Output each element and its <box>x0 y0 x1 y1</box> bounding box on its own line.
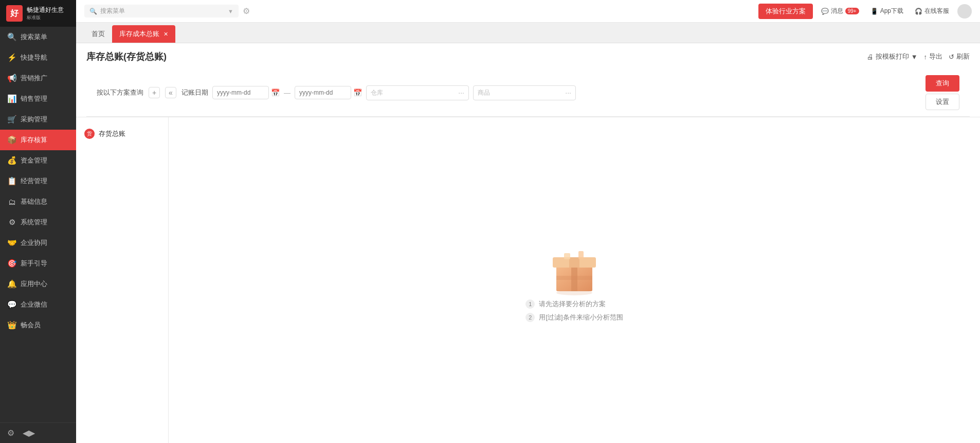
date-field-label: 记账日期 <box>182 88 208 97</box>
setting-btn[interactable]: 设置 <box>925 94 959 110</box>
app-badge: 标准版 <box>27 14 64 21</box>
date-start-field: 📅 <box>212 86 280 99</box>
refresh-btn[interactable]: ↺ 刷新 <box>949 52 970 61</box>
topbar-settings-icon[interactable]: ⚙ <box>243 6 250 16</box>
sidebar-label-search: 搜索菜单 <box>21 32 47 42</box>
logo-area: 好 畅捷通好生意 标准版 <box>0 0 76 27</box>
page-header: 库存总账(存货总账) 🖨 按模板打印 ▼ ↑ 导出 ↺ 刷新 <box>76 43 980 117</box>
messages-label: 消息 <box>831 7 843 15</box>
sidebar-item-sales[interactable]: 📊销售管理 <box>0 88 76 109</box>
sidebar-label-corp: 企业协同 <box>21 238 47 247</box>
empty-illustration <box>543 239 605 290</box>
sidebar-label-finance: 资金管理 <box>21 156 47 165</box>
date-end-input[interactable] <box>295 86 351 99</box>
online-service-btn[interactable]: 🎧 在线客服 <box>912 5 952 17</box>
sidebar-icon-sales: 📊 <box>7 94 16 103</box>
sidebar-icon-marketing: 📢 <box>7 74 16 83</box>
topbar: 🔍 搜索菜单 ▼ ⚙ 体验行业方案 💬 消息 99+ 📱 App下载 🎧 在线客… <box>76 0 980 23</box>
tab-inventory-ledger[interactable]: 库存成本总账 ✕ <box>112 25 175 43</box>
scheme-item-inventory[interactable]: 货 存货总账 <box>76 123 168 144</box>
sidebar-item-search[interactable]: 🔍搜索菜单 <box>0 27 76 47</box>
sidebar-item-marketing[interactable]: 📢营销推广 <box>0 68 76 88</box>
warehouse-field[interactable]: 仓库 ··· <box>366 85 469 100</box>
page-header-actions: 🖨 按模板打印 ▼ ↑ 导出 ↺ 刷新 <box>867 52 970 61</box>
notification-badge: 99+ <box>845 8 859 14</box>
sidebar-label-appcenter: 应用中心 <box>21 279 47 289</box>
sidebar-label-basic: 基础信息 <box>21 197 47 206</box>
search-icon: 🔍 <box>89 8 97 15</box>
sidebar-icon-purchase: 🛒 <box>7 115 16 124</box>
goods-field[interactable]: 商品 ··· <box>473 85 576 100</box>
user-avatar[interactable] <box>957 4 972 19</box>
sidebar-item-appcenter[interactable]: 🔔应用中心 <box>0 274 76 294</box>
sidebar-item-corp[interactable]: 🤝企业协同 <box>0 233 76 253</box>
sidebar-item-shortcut[interactable]: ⚡快捷导航 <box>0 47 76 68</box>
sidebar-icon-appcenter: 🔔 <box>7 279 16 289</box>
page-content: 库存总账(存货总账) 🖨 按模板打印 ▼ ↑ 导出 ↺ 刷新 <box>76 43 980 443</box>
filter-collapse-btn[interactable]: « <box>165 87 176 98</box>
date-start-calendar-icon[interactable]: 📅 <box>271 88 280 97</box>
app-download-btn[interactable]: 📱 App下载 <box>867 5 906 17</box>
search-placeholder: 搜索菜单 <box>100 7 125 15</box>
warehouse-more-icon[interactable]: ··· <box>458 88 464 97</box>
toggle-sidebar-icon[interactable]: ◀▶ <box>23 428 35 438</box>
sidebar-icon-basic: 🗂 <box>7 198 16 206</box>
online-service-icon: 🎧 <box>915 8 922 15</box>
empty-area: 1 请先选择要分析的方案 2 用[过滤]条件来缩小分析范围 <box>169 117 980 443</box>
sidebar-label-inventory: 库存核算 <box>21 135 47 145</box>
logo-text-area: 畅捷通好生意 标准版 <box>27 6 64 21</box>
export-label: 导出 <box>929 52 942 61</box>
sidebar-label-newbie: 新手引导 <box>21 259 47 268</box>
print-btn[interactable]: 🖨 按模板打印 ▼ <box>867 52 918 61</box>
refresh-label: 刷新 <box>956 52 970 61</box>
settings-bottom-icon[interactable]: ⚙ <box>7 428 14 438</box>
sidebar-item-finance[interactable]: 💰资金管理 <box>0 150 76 171</box>
app-download-label: App下载 <box>880 7 903 15</box>
sidebar-label-wechat: 企业微信 <box>21 300 47 309</box>
tab-home[interactable]: 首页 <box>84 25 112 43</box>
search-bar[interactable]: 🔍 搜索菜单 ▼ <box>84 5 239 17</box>
sidebar-icon-wechat: 💬 <box>7 300 16 309</box>
tabbar: 首页 库存成本总账 ✕ <box>76 23 980 43</box>
sidebar-item-operation[interactable]: 📋经营管理 <box>0 171 76 191</box>
sidebar-nav: 🔍搜索菜单⚡快捷导航📢营销推广📊销售管理🛒采购管理📦库存核算💰资金管理📋经营管理… <box>0 27 76 422</box>
sidebar-bottom: ⚙ ◀▶ <box>0 422 76 443</box>
page-title-row: 库存总账(存货总账) 🖨 按模板打印 ▼ ↑ 导出 ↺ 刷新 <box>86 50 970 63</box>
sidebar-item-newbie[interactable]: 🎯新手引导 <box>0 253 76 274</box>
date-separator: — <box>284 89 291 97</box>
message-icon: 💬 <box>821 8 829 15</box>
query-btn[interactable]: 查询 <box>925 75 959 92</box>
goods-more-icon[interactable]: ··· <box>565 88 571 97</box>
empty-tips: 1 请先选择要分析的方案 2 用[过滤]条件来缩小分析范围 <box>525 299 623 322</box>
page-title: 库存总账(存货总账) <box>86 50 167 63</box>
svg-rect-6 <box>569 257 579 268</box>
warehouse-placeholder: 仓库 <box>371 88 456 97</box>
sidebar-item-basic[interactable]: 🗂基础信息 <box>0 191 76 212</box>
sidebar-item-purchase[interactable]: 🛒采购管理 <box>0 109 76 130</box>
filter-add-btn[interactable]: + <box>149 87 160 98</box>
sidebar-item-system[interactable]: ⚙系统管理 <box>0 212 76 233</box>
sidebar-icon-finance: 💰 <box>7 156 16 165</box>
svg-rect-7 <box>564 253 570 259</box>
logo-icon: 好 <box>6 5 23 22</box>
tip-num-1: 1 <box>525 299 535 309</box>
sidebar-label-system: 系统管理 <box>21 218 47 227</box>
messages-btn[interactable]: 💬 消息 99+ <box>818 5 862 17</box>
date-end-calendar-icon[interactable]: 📅 <box>353 88 362 97</box>
content-area: 货 存货总账 <box>76 117 980 443</box>
sidebar-icon-search: 🔍 <box>7 32 16 42</box>
industry-btn[interactable]: 体验行业方案 <box>758 4 813 19</box>
sidebar: 好 畅捷通好生意 标准版 🔍搜索菜单⚡快捷导航📢营销推广📊销售管理🛒采购管理📦库… <box>0 0 76 443</box>
search-dropdown-icon: ▼ <box>228 8 233 14</box>
tab-close-icon[interactable]: ✕ <box>164 31 168 38</box>
app-name: 畅捷通好生意 <box>27 6 64 14</box>
filter-fields: 记账日期 📅 — 📅 仓库 ··· 商品 <box>182 85 920 100</box>
sidebar-icon-inventory: 📦 <box>7 135 16 145</box>
sidebar-item-wechat[interactable]: 💬企业微信 <box>0 294 76 315</box>
tab-inventory-label: 库存成本总账 <box>119 29 159 39</box>
sidebar-item-member[interactable]: 👑畅会员 <box>0 315 76 335</box>
sidebar-item-inventory[interactable]: 📦库存核算 <box>0 130 76 150</box>
main-area: 🔍 搜索菜单 ▼ ⚙ 体验行业方案 💬 消息 99+ 📱 App下载 🎧 在线客… <box>76 0 980 443</box>
export-btn[interactable]: ↑ 导出 <box>924 52 943 61</box>
date-start-input[interactable] <box>212 86 269 99</box>
